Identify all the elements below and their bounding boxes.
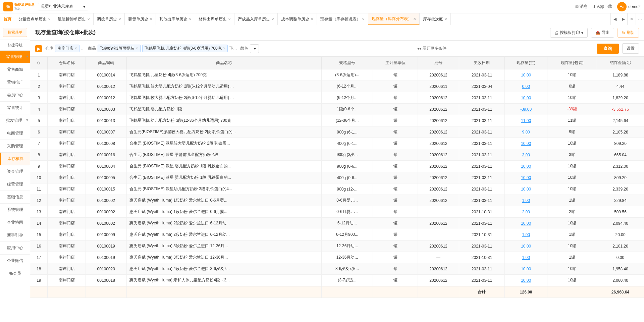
product-tag-1-remove[interactable]: ✕ [136,47,138,50]
sidebar-item[interactable]: 电商管理 [0,127,30,140]
export-button[interactable]: 📤 导出 [591,28,614,38]
table-cell[interactable]: -39.00 [505,104,547,115]
expand-more-icon: ▾▾ [417,46,421,51]
sidebar-item[interactable]: 零售商城 [0,63,30,76]
table-cell: 2021-10-31 [459,206,504,218]
sidebar-item[interactable]: 经营管理 [0,178,30,191]
sidebar-item[interactable]: 零售统计 [0,102,30,114]
table-cell: 飞鹤星飞帆 较大婴儿配方奶粉 2段(6-12个月婴幼儿适用) ... [127,92,322,104]
table-cell[interactable]: 1.00 [505,229,547,240]
table-footer-row: 合计126.0026,968.64 [30,286,644,298]
sidebar-item[interactable]: 企业协同 [0,216,30,229]
tab-kucun-pici[interactable]: 库存批次账 ✕ [420,13,451,25]
sidebar-item[interactable]: 畅会员 [0,267,30,280]
tab-close-icon[interactable]: ✕ [118,17,121,21]
table-cell[interactable]: 10.00 [505,69,547,81]
tab-xiancunliang-dist[interactable]: 现存量（库存分布表） ✕ [368,13,420,25]
tab-more[interactable]: ⋯ [636,13,644,25]
table-cell: 6-12月900... [321,229,373,240]
sidebar-item[interactable]: 批发管理▾ [0,114,30,127]
tab-close-icon[interactable]: ✕ [87,17,90,21]
table-cell[interactable]: 10.00 [505,183,547,195]
tab-fenliang[interactable]: 分量盘点单历史 ✕ [15,13,54,25]
industry-select[interactable]: 母婴行业演示库表 ▾ [38,3,88,10]
tab-close-icon[interactable]: ✕ [413,17,416,21]
color-dropdown[interactable]: ▾ [250,44,259,53]
quick-nav-button[interactable]: 快捷导航 [0,40,30,51]
tab-close-icon[interactable]: ✕ [150,17,152,21]
table-cell[interactable]: 9.00 [505,126,547,138]
tab-close-icon[interactable]: ✕ [189,17,192,21]
tab-close-icon[interactable]: ✕ [444,17,447,21]
table-cell[interactable]: 10.00 [505,240,547,252]
product-tag-1[interactable]: 飞鹤奶粉3段两提装 ✕ [98,45,141,52]
app-download-button[interactable]: ⬇ App下载 [593,4,612,9]
tab-chenben[interactable]: 成本调整单历史 ✕ [278,13,317,25]
sidebar-item[interactable]: 采购管理 [0,140,30,153]
sidebar-item[interactable]: 应用中心 [0,242,30,255]
search-menu-button[interactable]: 搜索菜单 [3,28,27,37]
tab-home[interactable]: 首页 [0,13,15,25]
table-cell: 00100015 [86,183,126,195]
table-cell[interactable]: 10.00 [505,92,547,104]
table-cell[interactable]: 10.00 [505,218,547,229]
tab-close-icon[interactable]: ✕ [271,17,274,21]
warehouse-tag[interactable]: 南岸门店 ✕ [55,45,79,52]
tab-chancheng[interactable]: 产成品入库单历史 ✕ [234,13,278,25]
table-cell: 2,101.20 [597,240,644,252]
sidebar-item[interactable]: 企业微信 [0,255,30,267]
sidebar-item[interactable]: 资金管理 [0,165,30,178]
query-button[interactable]: 查询 [597,44,619,54]
tab-zuangzhuai[interactable]: 组装拆卸单历史 ✕ [54,13,94,25]
tab-xiancunliang-status[interactable]: 现存量（库存状况表） ✕ [317,13,368,25]
table-cell[interactable]: 1.00 [505,195,547,206]
table-cell[interactable]: 10.00 [505,161,547,172]
tab-close-icon[interactable]: ✕ [362,17,365,21]
table-cell: 0-6月婴儿... [321,206,373,218]
logo-text: 畅捷通好生意 标版 [14,3,35,10]
tab-close-icon[interactable]: ✕ [228,17,231,21]
warehouse-more-icon[interactable]: ... [81,46,85,51]
col-settings[interactable]: ⚙ [30,57,48,69]
tab-scroll-right[interactable]: ▶ [619,13,627,25]
message-button[interactable]: ✉ 消息 [575,4,588,9]
table-cell: 00100008 [86,138,126,149]
expand-more-button[interactable]: ▾▾ 展开更多条件 [417,46,446,51]
tab-scroll-left[interactable]: ◀ [610,13,619,25]
tab-close-icon[interactable]: ✕ [48,17,51,21]
refresh-button[interactable]: ↻ 刷新 [618,28,639,38]
tab-cailiaochu[interactable]: 材料出库单历史 ✕ [195,13,234,25]
table-cell[interactable]: 10.00 [505,275,547,286]
product-tag-2[interactable]: 飞鹤星飞帆 儿童奶粉 4段(3-6岁适用) 700克 ✕ [142,45,228,52]
tab-diaoboh[interactable]: 调拨单历史 ✕ [94,13,125,25]
tab-qitachuku[interactable]: 其他出库单历史 ✕ [156,13,195,25]
table-cell: 18 [30,263,48,275]
table-cell[interactable]: 10.00 [505,263,547,275]
warehouse-remove-icon[interactable]: ✕ [74,47,77,50]
table-cell[interactable]: 1.00 [505,252,547,263]
nav-tabs: 首页 分量盘点单历史 ✕ 组装拆卸单历史 ✕ 调拨单历史 ✕ 要货单历史 ✕ 其… [0,13,644,25]
sidebar-item[interactable]: 营销推广 [0,76,30,89]
table-cell[interactable]: 10.00 [505,172,547,183]
tab-close-icon[interactable]: ✕ [311,17,313,21]
table-cell[interactable]: 11.00 [505,115,547,126]
filter-expand-button[interactable]: ▶ [35,45,42,52]
table-cell[interactable]: 0.00 [505,81,547,92]
user-menu[interactable]: Ea demo2 [617,2,641,11]
sidebar-item[interactable]: 系统管理 [0,204,30,216]
product-more-icon[interactable]: 飞... [229,46,237,51]
sidebar-item[interactable]: 基础信息 [0,191,30,204]
sidebar-item[interactable]: 零售管理▾ [0,51,30,63]
table-cell[interactable]: 2.00 [505,206,547,218]
table-cell[interactable]: 3.00 [505,149,547,161]
table-cell[interactable]: 10.00 [505,138,547,149]
setting-button[interactable]: 设置 [622,43,639,54]
sidebar-item[interactable]: 新手引导 [0,229,30,242]
tab-yaohuo[interactable]: 要货单历史 ✕ [125,13,156,25]
sidebar-item[interactable]: 库存核算 [0,153,30,165]
product-tag-2-remove[interactable]: ✕ [223,47,225,50]
sidebar-items: 零售管理▾零售商城营销推广会员中心零售统计批发管理▾电商管理采购管理库存核算资金… [0,51,30,280]
sidebar-item[interactable]: 会员中心 [0,89,30,102]
print-button[interactable]: 🖨 按模板打印 ▾ [550,28,588,38]
tab-close-all[interactable]: ✕ [627,13,636,25]
